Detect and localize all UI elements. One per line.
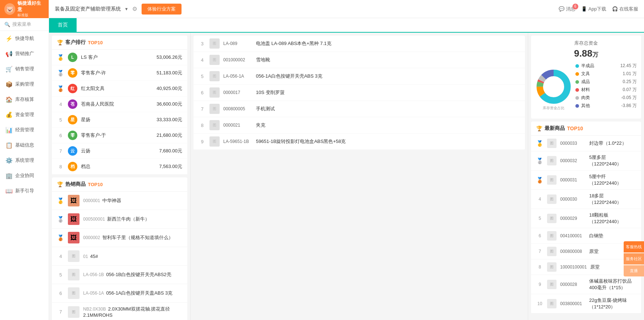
sidebar-logo: 🐷 畅捷通好生意 标准版	[0, 0, 49, 18]
prod-rank: 6	[199, 90, 206, 95]
prod-rank: 4	[199, 57, 206, 63]
new-code: 0000030	[560, 197, 586, 202]
new-code: 0000032	[560, 158, 586, 163]
inventory-value: 9.88	[574, 48, 592, 59]
sidebar-item-marketing[interactable]: 📢 营销推广	[0, 46, 49, 61]
inventory-unit: 万	[592, 52, 598, 58]
purchase-icon: 📦	[6, 81, 12, 87]
sidebar-item-enterprise[interactable]: 🏢 企业协同	[0, 168, 49, 183]
product-item: 9 图 LA-59651-1B 59651-1B旋转投影灯电池盒ABS黑色+58…	[193, 134, 525, 150]
new-rank: 9	[536, 282, 543, 287]
new-code: 000800008	[560, 249, 586, 254]
new-code: 004100001	[560, 233, 586, 238]
prod-icon: 图	[209, 71, 220, 81]
rank-avatar: 零	[68, 131, 77, 140]
hot-item: 6 图 LA-056-1A056-1A白色按键开关盖ABS 3克	[52, 284, 187, 303]
nav-label-inventory: 库存核算	[15, 96, 34, 103]
prod-icon: 图	[209, 104, 220, 114]
rank-name: 苍南县人民医院	[81, 101, 153, 107]
ranking-item: 🥉 红 红太阳文具 40,925.00元	[52, 81, 187, 97]
rank-name: 零售客户-许	[81, 70, 153, 76]
middle-panel: 3 图 LA-089 电池盖 LA-089 ABS本色+黑种 7.1克 4 图 …	[191, 33, 528, 320]
new-rank: 10	[536, 301, 543, 306]
new-name: 22g鱼豆腐-烧烤味（1*12*20）	[589, 297, 636, 310]
legend-name: 肉类	[581, 95, 619, 101]
hot-name: LA-056-1A056-1A白色按键开关盖ABS 3克	[83, 290, 182, 296]
hot-products-list: 🥇 🖼 0000001中华神器 🥈 🖼 000500001新西兰牛肉（新牛） 🥉…	[52, 192, 187, 320]
float-service-btn3[interactable]: 直播	[624, 265, 644, 276]
newest-trophy-icon: 🏆	[536, 126, 542, 131]
legend-item: 材料 0.07 万	[575, 87, 637, 93]
new-rank: 8	[536, 264, 543, 270]
sidebar-item-inventory[interactable]: 🏠 库存核算	[0, 92, 49, 107]
sidebar-item-system[interactable]: ⚙️ 系统管理	[0, 153, 49, 168]
rank-name: 零售客户-于	[81, 132, 153, 139]
hot-top10-label: TOP10	[88, 182, 103, 187]
hot-rank: 🥇	[57, 197, 64, 204]
inventory-card: 库存总资金 9.88万 库存资金占比 半成品 12.45 万 文具	[531, 36, 641, 119]
search-icon: 🔍	[4, 22, 10, 27]
hot-products-card: 🏆 热销商品 TOP10 🥇 🖼 0000001中华神器 🥈 🖼 0005000…	[52, 177, 187, 320]
inventory-title: 库存总资金	[535, 40, 637, 46]
float-service-btn2[interactable]: 服务社区	[624, 253, 644, 264]
rank-amount: 36,600.00元	[156, 101, 182, 107]
new-icon: 图	[547, 214, 557, 223]
rank-amount: 53,006.26元	[156, 54, 182, 61]
prod-code: LA-056-1A	[223, 74, 252, 79]
hot-rank: 🥉	[57, 234, 64, 241]
customer-ranking-header: 🏆 客户排行 TOP10	[52, 36, 187, 50]
new-name: 18多层（1220*2440）	[589, 193, 636, 206]
sidebar-item-basic[interactable]: 📋 基础信息	[0, 138, 49, 153]
rank-number: 7	[57, 148, 64, 154]
float-service-btn1[interactable]: 客服热线	[624, 241, 644, 253]
newest-item: 🥈 图 0000032 5厘多层（1220*2440）	[531, 151, 641, 171]
rank-number: 8	[57, 164, 64, 169]
sidebar-item-sales[interactable]: 🛒 销售管理	[0, 61, 49, 77]
rank-name: 云扬	[81, 148, 155, 154]
hot-img: 图	[68, 250, 80, 262]
online-service[interactable]: 🎧 在线客服	[612, 6, 638, 12]
customer-ranking-title: 客户排行	[65, 39, 86, 46]
sidebar-item-purchase[interactable]: 📦 采购管理	[0, 77, 49, 92]
rank-avatar: L	[68, 53, 77, 62]
trial-button[interactable]: 体验行业方案	[142, 4, 182, 15]
newest-item: 4 图 0000030 18多层（1220*2440）	[531, 190, 641, 209]
enterprise-icon: 🏢	[6, 172, 12, 179]
finance-icon: 💰	[6, 111, 12, 118]
prod-code: 0000021	[223, 123, 252, 128]
sidebar-item-quick[interactable]: ⚡ 快捷导航	[0, 31, 49, 46]
hot-item: 🥈 🖼 000500001新西兰牛肉（新牛）	[52, 210, 187, 229]
newest-item: 10 图 003800001 22g鱼豆腐-烧烤味（1*12*20）	[531, 294, 641, 313]
settings-icon[interactable]: ⚙	[132, 5, 137, 12]
dropdown-arrow-icon: ▾	[125, 6, 128, 12]
sidebar-item-operations[interactable]: 📊 经营管理	[0, 122, 49, 138]
nav-label-finance: 资金管理	[15, 111, 34, 118]
hot-img: 🖼	[68, 195, 80, 206]
ranking-item: 8 档 档总 7,563.00元	[52, 159, 187, 175]
sales-icon: 🛒	[6, 66, 12, 72]
legend-item: 其他 -3.86 万	[575, 103, 637, 109]
hot-name: 0000001中华神器	[83, 197, 182, 204]
prod-code: 001000002	[223, 57, 252, 62]
ranking-item: 6 零 零售客户-于 21,680.00元	[52, 128, 187, 143]
sidebar-item-finance[interactable]: 💰 资金管理	[0, 107, 49, 122]
rank-medal: 🥉	[57, 85, 64, 92]
middle-products-card: 3 图 LA-089 电池盖 LA-089 ABS本色+黑种 7.1克 4 图 …	[193, 36, 525, 150]
message-badge[interactable]: 💬 消息 6	[559, 6, 575, 12]
nav-label-sales: 销售管理	[15, 66, 34, 72]
new-icon: 图	[547, 280, 557, 289]
app-download[interactable]: 📱 App下载	[581, 6, 606, 12]
customer-ranking-card: 🏆 客户排行 TOP10 🥇 L LS 客户 53,006.26元 🥈 零 零售…	[52, 36, 187, 175]
rank-number: 5	[57, 117, 64, 123]
hot-img: 图	[68, 269, 80, 280]
nav-label-marketing: 营销推广	[15, 50, 34, 57]
new-icon: 图	[547, 299, 557, 308]
newest-products-list: 🥇 图 0000033 封边带（1.0*22） 🥈 图 0000032 5厘多层…	[531, 136, 641, 313]
search-menu[interactable]: 🔍 搜索菜单	[0, 18, 49, 31]
legend-name: 文具	[581, 71, 620, 77]
legend-item: 肉类 -0.05 万	[575, 95, 637, 101]
tab-home[interactable]: 首页	[49, 18, 77, 33]
system-dropdown[interactable]: ▾	[125, 6, 128, 12]
sidebar-item-guide[interactable]: 📖 新手引导	[0, 183, 49, 198]
ranking-item: 5 星 星扬 33,333.00元	[52, 112, 187, 128]
